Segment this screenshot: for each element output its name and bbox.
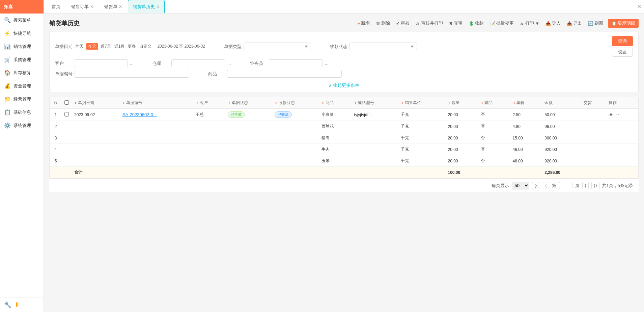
goods-picker[interactable]: ... (344, 71, 347, 76)
col-payment-status[interactable]: ⬆ 收款状态 (272, 97, 319, 109)
import-button[interactable]: 📥 导入 (544, 20, 562, 27)
col-gift[interactable]: ⬆ 赠品 (478, 97, 510, 109)
col-unit[interactable]: ⬆ 销售单位 (398, 97, 445, 109)
row-doc-no[interactable]: SA-20230602-0... (120, 109, 193, 121)
tab-sales-history[interactable]: 销货单历史 ✕ (128, 0, 165, 13)
prev-page-button[interactable]: ⟨ (543, 182, 549, 189)
tab-bar-close-all[interactable]: ✕ (637, 3, 641, 10)
table-row: 1 2023-06-02 SA-20230602-0... 王总 已生效 已收款… (50, 109, 638, 121)
doc-no-label: 单据编号 (55, 71, 73, 77)
show-detail-button[interactable]: 📋 显示明细 (608, 19, 639, 28)
sidebar-item-operation-mgmt[interactable]: 📁 经营管理 (0, 93, 44, 106)
toolbar: + 新增 🗑 删除 ✔ 审核 🖨 审核并打印 ✖ 弃审 (356, 19, 639, 28)
view-icon[interactable]: 👁 (609, 112, 613, 118)
close-tab-sales-order[interactable]: ✕ (90, 4, 93, 9)
more-icon[interactable]: ⋯ (616, 112, 621, 118)
col-doc-date[interactable]: ⬆ 单据日期 (72, 97, 120, 109)
filter-actions: 查询 设置 (612, 36, 633, 57)
page-input[interactable]: 1 (559, 182, 572, 189)
last-page-button[interactable]: ⟩⟩ (591, 182, 599, 189)
col-actions: 操作 (606, 97, 638, 109)
filter-doc-type: 单据类型 (224, 43, 311, 50)
close-tab-sales-history[interactable]: ✕ (156, 4, 160, 9)
date-shortcut-custom[interactable]: 自定义 (138, 43, 152, 50)
delete-button[interactable]: 🗑 删除 (374, 20, 391, 27)
data-table: ⚙ ⬆ 单据日期 ⬆ 单据编号 ⬆ 客户 ⬆ 单据状态 ⬆ 收款状态 ⬆ 商品 … (49, 97, 639, 179)
col-spec[interactable]: ⬆ 规格型号 (351, 97, 398, 109)
date-shortcut-yesterday[interactable]: 昨天 (75, 43, 85, 50)
add-button[interactable]: + 新增 (356, 20, 371, 27)
sidebar-item-capital-mgmt[interactable]: 💰 资金管理 (0, 79, 44, 93)
total-qty: 100.00 (445, 167, 478, 178)
tab-sales-order[interactable]: 销售订单 ✕ (66, 0, 99, 13)
row-checkbox[interactable] (62, 109, 72, 121)
staff-input[interactable] (269, 59, 323, 67)
discard-button[interactable]: ✖ 弃审 (448, 20, 464, 27)
col-gear[interactable]: ⚙ (50, 97, 62, 109)
sort-icon: ⬆ (74, 101, 77, 105)
print-dropdown-icon: ▼ (535, 21, 539, 26)
sort-icon: ⬆ (481, 101, 483, 105)
collect-button[interactable]: 💲 收款 (467, 20, 485, 27)
review-button[interactable]: ✔ 审核 (395, 20, 411, 27)
sidebar: 拓嘉 🔍 搜索菜单 ⚡ 快捷导航 📊 销售管理 🛒 采购管理 🏠 库存核算 💰 … (0, 0, 44, 312)
pause-icon[interactable]: ⏸ (14, 301, 20, 309)
tab-sales-delivery[interactable]: 销货单 ✕ (99, 0, 127, 13)
batch-icon: 📝 (490, 21, 495, 26)
staff-picker[interactable]: ... (325, 61, 329, 66)
sidebar-item-quick-nav[interactable]: ⚡ 快捷导航 (0, 27, 44, 40)
collapse-filter-button[interactable]: ∧ 收起更多条件 (55, 80, 633, 88)
warehouse-input[interactable] (171, 59, 225, 67)
date-shortcut-today[interactable]: 今天 (86, 43, 98, 50)
sidebar-item-sales-mgmt[interactable]: 📊 销售管理 (0, 40, 44, 53)
warehouse-picker[interactable]: ... (227, 61, 231, 66)
date-shortcut-7days[interactable]: 近7天 (100, 43, 112, 50)
payment-status-label: 收款状态 (330, 44, 347, 50)
date-shortcut-more[interactable]: 更多 (127, 43, 137, 50)
collect-icon: 💲 (469, 21, 474, 26)
query-button[interactable]: 查询 (612, 36, 633, 46)
first-page-button[interactable]: ⟨⟨ (532, 182, 540, 189)
sidebar-item-inventory-calc[interactable]: 🏠 库存核算 (0, 66, 44, 79)
page-size-select[interactable]: 50 100 200 (512, 182, 529, 189)
sort-icon: ⬆ (275, 101, 277, 105)
sidebar-item-search-menu[interactable]: 🔍 搜索菜单 (0, 14, 44, 27)
col-unit-price[interactable]: ⬆ 单价 (510, 97, 542, 109)
customer-input[interactable] (74, 59, 128, 67)
doc-no-input[interactable] (75, 70, 189, 78)
filter-area: 单据日期 昨天 今天 近7天 近1月 更多 自定义 2023-06-02 至 2… (49, 32, 639, 93)
date-shortcut-1month[interactable]: 近1月 (113, 43, 126, 50)
filter-doc-no: 单据编号 (55, 70, 189, 78)
next-page-button[interactable]: ⟩ (582, 182, 589, 189)
review-print-button[interactable]: 🖨 审核并打印 (414, 20, 444, 27)
sidebar-item-system-mgmt[interactable]: ⚙️ 系统管理 (0, 119, 44, 132)
export-button[interactable]: 📤 导出 (565, 20, 583, 27)
goods-input[interactable] (227, 70, 342, 78)
row-goods: 玉米 (319, 155, 351, 167)
refresh-button[interactable]: 🔄 刷新 (587, 20, 605, 27)
date-range-value: 2023-06-02 至 2023-06-02 (157, 44, 205, 49)
sort-icon: ⬆ (122, 101, 125, 105)
customer-label: 客户 (55, 60, 72, 67)
filter-settings-button[interactable]: 设置 (612, 48, 633, 57)
print-button[interactable]: 🖨 打印 ▼ (519, 20, 541, 27)
col-doc-status[interactable]: ⬆ 单据状态 (225, 97, 272, 109)
payment-status-select[interactable] (349, 43, 417, 50)
settings-icon[interactable]: 🔧 (4, 301, 11, 309)
sort-icon: ⬆ (321, 101, 324, 105)
col-trade[interactable]: 交货 (581, 97, 606, 109)
col-qty[interactable]: ⬆ 数量 (445, 97, 478, 109)
close-tab-sales-delivery[interactable]: ✕ (119, 4, 122, 9)
tab-home[interactable]: 首页 (47, 0, 65, 13)
col-checkbox[interactable] (62, 97, 72, 109)
sidebar-item-purchase-mgmt[interactable]: 🛒 采购管理 (0, 53, 44, 66)
doc-type-select[interactable] (244, 43, 311, 50)
col-doc-no[interactable]: ⬆ 单据编号 (120, 97, 193, 109)
batch-change-button[interactable]: 📝 批量变更 (488, 20, 515, 27)
sidebar-item-basic-info[interactable]: 📋 基础信息 (0, 106, 44, 119)
col-goods[interactable]: ⬆ 商品 (319, 97, 351, 109)
col-amount[interactable]: 金额 (542, 97, 581, 109)
sidebar-item-label: 基础信息 (13, 109, 31, 115)
customer-picker[interactable]: ... (130, 61, 134, 66)
col-customer[interactable]: ⬆ 客户 (193, 97, 225, 109)
